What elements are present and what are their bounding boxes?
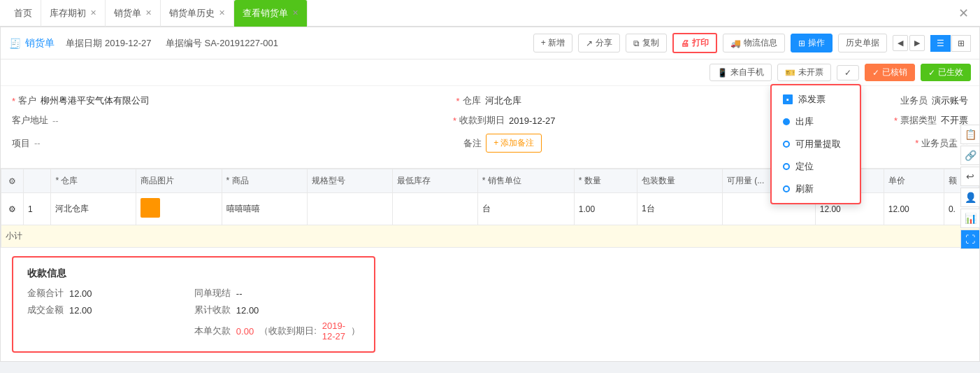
check-circle-icon: ✓ [872, 68, 879, 78]
tab-close-sales[interactable]: ✕ [145, 8, 152, 17]
transaction-label: 成交金额 [27, 304, 64, 316]
view-toggle: ☰ ⊞ [930, 35, 971, 52]
print-button[interactable]: 🖨 打印 [672, 33, 717, 53]
row-unit: 台 [477, 193, 574, 225]
payment-info-grid: 金额合计 12.00 同单现结 -- 成交金额 12.00 累计收款 12.00 [27, 287, 360, 342]
balance-row: 本单欠款 0.00 （收款到期日: 2019-12-27 ） [194, 321, 360, 342]
share-button[interactable]: ↗ 分享 [578, 34, 620, 52]
address-field: 客户地址 -- [12, 114, 453, 127]
tab-close-view-sales[interactable]: ✕ [292, 8, 298, 17]
not-opened-button[interactable]: 🎫 未开票 [777, 64, 831, 81]
share-icon: ↗ [586, 38, 593, 48]
effective-button[interactable]: ✓ 已生效 [921, 64, 971, 81]
refresh-item[interactable]: 刷新 [772, 178, 860, 200]
history-button[interactable]: 历史单据 [838, 34, 887, 52]
prev-arrow[interactable]: ◀ [893, 35, 908, 51]
col-warehouse: * 仓库 [51, 169, 136, 193]
new-button[interactable]: + 新增 [533, 34, 572, 52]
check-icon-btn[interactable]: ✓ [837, 65, 859, 80]
same-order-label: 同单现结 [194, 287, 231, 300]
tab-close-inventory[interactable]: ✕ [90, 8, 96, 17]
row-settings[interactable]: ⚙ [1, 193, 24, 225]
locate-icon [783, 163, 790, 170]
sidebar-btn-2[interactable]: 🔗 [960, 146, 980, 165]
col-quantity: * 数量 [574, 169, 637, 193]
balance-label: 本单欠款 [194, 325, 231, 337]
row-warehouse: 河北仓库 [51, 193, 136, 225]
remarks-label: 备注 [463, 137, 482, 150]
staff-field: 业务员 演示账号 [900, 94, 968, 107]
row-min-stock [392, 193, 477, 225]
grid-view-button[interactable]: ⊞ [951, 35, 971, 52]
tab-view-sales[interactable]: 查看销货单 ✕ [234, 0, 308, 27]
total-amount-row: 金额合计 12.00 [27, 287, 180, 300]
print-icon: 🖨 [681, 38, 689, 48]
balance-note-end: ） [351, 325, 360, 337]
outbound-item[interactable]: 出库 [772, 111, 860, 133]
cumulative-value: 12.00 [236, 305, 259, 316]
staff-label: 业务员 [900, 94, 928, 107]
customer-value: 柳州粤港平安气体有限公司 [41, 94, 150, 107]
address-label: 客户地址 [12, 114, 48, 127]
doc-date-field: 单据日期 2019-12-27 [66, 37, 152, 50]
ticket-field: 票据类型 不开票 [894, 114, 968, 127]
available-qty-item[interactable]: 可用量提取 [772, 133, 860, 155]
copy-icon: ⧉ [633, 38, 640, 48]
salesperson-label: 业务员盂 [915, 137, 958, 150]
tab-sales-order[interactable]: 销货单 ✕ [106, 0, 161, 27]
from-phone-button[interactable]: 📱 来自手机 [709, 64, 772, 81]
effective-check-icon: ✓ [928, 68, 935, 78]
subtotal-label: 小计 [1, 225, 979, 248]
col-unit: * 销售单位 [477, 169, 574, 193]
doc-meta: 单据日期 2019-12-27 单据编号 SA-20191227-001 [66, 37, 278, 50]
customer-field: 客户 柳州粤港平安气体有限公司 [12, 94, 456, 107]
right-sidebar: 📋 🔗 ↩ 👤 📊 ⛶ [960, 125, 980, 249]
staff-value: 演示账号 [932, 94, 968, 107]
col-min-stock: 最低库存 [392, 169, 477, 193]
add-remarks-button[interactable]: + 添加备注 [486, 134, 542, 153]
warehouse-label: 仓库 [456, 94, 481, 107]
tab-home[interactable]: 首页 [6, 0, 41, 27]
sold-out-button[interactable]: ✓ 已核销 [865, 64, 915, 81]
tab-sales-history[interactable]: 销货单历史 ✕ [161, 0, 234, 27]
doc-icon: 🧾 [9, 38, 21, 49]
sidebar-btn-1[interactable]: 📋 [960, 125, 980, 144]
ticket-icon: 🎫 [785, 68, 795, 78]
balance-note-start: （收款到期日: [259, 325, 317, 337]
next-arrow[interactable]: ▶ [909, 35, 925, 51]
same-order-value: -- [236, 288, 243, 299]
locate-item[interactable]: 定位 [772, 155, 860, 178]
logistics-button[interactable]: 🚚 物流信息 [723, 34, 785, 52]
subtotal-row: 小计 [1, 225, 979, 248]
transaction-value: 12.00 [69, 305, 92, 316]
cumulative-label: 累计收款 [194, 304, 231, 316]
sidebar-btn-6[interactable]: ⛶ [960, 230, 980, 249]
add-invoice-item[interactable]: ▪ 添发票 [772, 88, 860, 111]
available-qty-icon [783, 141, 790, 148]
sidebar-btn-4[interactable]: 👤 [960, 188, 980, 207]
col-spec: 规格型号 [307, 169, 392, 193]
payment-info-box: 收款信息 金额合计 12.00 同单现结 -- 成交金额 12.00 累计收款 … [12, 256, 375, 353]
product-thumbnail [140, 198, 160, 218]
sidebar-btn-5[interactable]: 📊 [960, 209, 980, 228]
warehouse-value: 河北仓库 [485, 94, 521, 107]
row-num: 1 [24, 193, 51, 225]
check-icon: ✓ [844, 68, 851, 78]
status-row: 📱 来自手机 🎫 未开票 ✓ ✓ 已核销 ✓ 已生效 [1, 59, 979, 86]
sidebar-btn-3[interactable]: ↩ [960, 167, 980, 186]
list-view-button[interactable]: ☰ [930, 35, 951, 52]
total-value: 12.00 [69, 288, 92, 299]
copy-button[interactable]: ⧉ 复制 [626, 34, 667, 52]
row-spec [307, 193, 392, 225]
total-label: 金额合计 [27, 287, 64, 300]
tab-bar-close-button[interactable]: ✕ [953, 6, 974, 21]
row-package-qty: 1台 [637, 193, 722, 225]
tab-close-history[interactable]: ✕ [219, 8, 225, 17]
operations-button[interactable]: ⊞ 操作 [791, 34, 833, 52]
project-label: 项目 [12, 137, 30, 150]
col-product-img: 商品图片 [136, 169, 222, 193]
header-bar: 🧾 销货单 单据日期 2019-12-27 单据编号 SA-20191227-0… [1, 27, 979, 59]
row-quantity: 1.00 [574, 193, 637, 225]
document-title: 🧾 销货单 [9, 37, 55, 50]
tab-inventory-init[interactable]: 库存期初 ✕ [41, 0, 106, 27]
